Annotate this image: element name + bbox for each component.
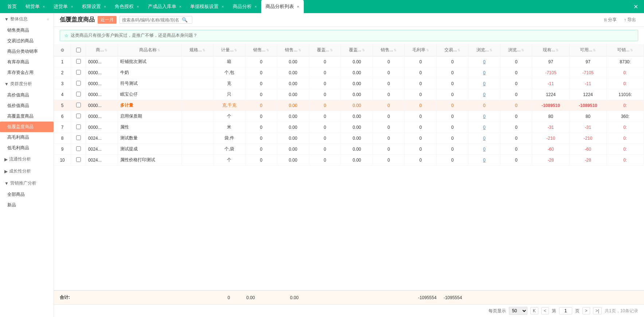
nav-template[interactable]: 单据模板设置 ×: [186, 0, 228, 13]
row-browse1-9[interactable]: 0: [468, 155, 500, 166]
nav-home[interactable]: 首页: [3, 0, 21, 13]
nav-role[interactable]: 角色授权 ×: [110, 0, 143, 13]
sidebar-section-overall[interactable]: ▼ 整体信息 «: [0, 13, 54, 25]
col-sale-amt[interactable]: 销售...⇅: [277, 44, 309, 56]
nav-close-purchase[interactable]: ×: [71, 4, 73, 9]
sidebar-item-low-coverage[interactable]: 低覆盖度商品: [0, 122, 54, 132]
sidebar-item-sales-goods[interactable]: 销售类商品: [0, 25, 54, 36]
row-select-1[interactable]: [76, 70, 81, 75]
sidebar-item-all-goods[interactable]: 全部商品: [0, 189, 54, 200]
app-close-button[interactable]: ✕: [631, 3, 641, 10]
row-browse1-8[interactable]: 0: [468, 144, 500, 155]
sidebar-collapse-icon[interactable]: «: [47, 17, 49, 22]
col-settings[interactable]: ⚙: [54, 44, 71, 56]
row-checkbox-6[interactable]: [71, 122, 86, 133]
sidebar-item-new-goods[interactable]: 新品: [0, 200, 54, 210]
sidebar-section-class[interactable]: ▼ 类群度分析: [0, 78, 54, 90]
row-checkbox-0[interactable]: [71, 56, 86, 67]
settings-icon[interactable]: ⚙: [60, 48, 64, 53]
filter-button[interactable]: 近一月: [98, 16, 117, 24]
sidebar-item-category-rate[interactable]: 商品分类动销率: [0, 46, 54, 57]
row-checkbox-1[interactable]: [71, 67, 86, 78]
page-number-input[interactable]: [559, 307, 572, 314]
sidebar-section-growth[interactable]: ▶ 成长性分析: [0, 165, 54, 177]
search-input[interactable]: [122, 17, 180, 23]
page-size-select[interactable]: 50 100 200: [509, 307, 527, 315]
row-browse1-7[interactable]: 0: [468, 133, 500, 144]
nav-close-permission[interactable]: ×: [104, 4, 106, 9]
col-unit[interactable]: 计量...⇅: [213, 44, 246, 56]
next-page-button[interactable]: >: [582, 307, 590, 314]
row-browse1-6[interactable]: 0: [468, 122, 500, 133]
sidebar-item-low-profit[interactable]: 低毛利商品: [0, 143, 54, 153]
row-sale-count-5: 0: [373, 111, 405, 122]
nav-permission[interactable]: 权限设置 ×: [78, 0, 110, 13]
row-select-4[interactable]: [76, 103, 81, 107]
row-select-6[interactable]: [76, 124, 81, 129]
row-browse1-1[interactable]: 0: [468, 67, 500, 78]
row-select-3[interactable]: [76, 92, 81, 96]
col-sale-stock[interactable]: 可销...⇅: [606, 44, 644, 56]
sidebar-item-capital-use[interactable]: 库存资金占用: [0, 67, 54, 78]
nav-sales[interactable]: 销货单 ×: [21, 0, 49, 13]
sidebar-item-high-coverage[interactable]: 高覆盖度商品: [0, 111, 54, 122]
col-spec[interactable]: 规格...⇅: [181, 44, 213, 56]
nav-close-template[interactable]: ×: [221, 4, 224, 9]
col-browse2[interactable]: 浏览...⇅: [500, 44, 532, 56]
sidebar-item-traded-goods[interactable]: 交易过的商品: [0, 36, 54, 46]
col-code[interactable]: 商...⇅: [86, 44, 118, 56]
first-page-button[interactable]: K: [530, 307, 538, 314]
row-checkbox-2[interactable]: [71, 78, 86, 89]
nav-close-analysis[interactable]: ×: [255, 4, 257, 9]
col-gross-rate[interactable]: 毛利率⇅: [405, 44, 437, 56]
sidebar-item-high-profit[interactable]: 高毛利商品: [0, 132, 54, 143]
row-checkbox-8[interactable]: [71, 144, 86, 155]
row-checkbox-3[interactable]: [71, 89, 86, 100]
row-browse1-0[interactable]: 0: [468, 56, 500, 67]
nav-product-warehouse[interactable]: 产成品入库单 ×: [144, 0, 186, 13]
row-select-0[interactable]: [76, 59, 81, 64]
sidebar-section-circulation[interactable]: ▶ 流通性分析: [0, 153, 54, 165]
row-cover-count-4: 0: [309, 100, 341, 111]
col-sale-qty[interactable]: 销售...⇅: [245, 44, 277, 56]
col-sale-count[interactable]: 销售...⇅: [373, 44, 405, 56]
sort-coverrate-icon: ⇅: [362, 48, 365, 52]
row-select-7[interactable]: [76, 135, 81, 140]
search-icon[interactable]: 🔍: [182, 17, 188, 23]
sidebar-item-high-value[interactable]: 高价值商品: [0, 90, 54, 100]
row-browse1-4[interactable]: 0: [468, 100, 500, 111]
col-cover-rate[interactable]: 覆盖...⇅: [341, 44, 373, 56]
row-select-8[interactable]: [76, 146, 81, 151]
col-avail-stock[interactable]: 可用...⇅: [569, 44, 606, 56]
col-trade-count[interactable]: 交易...⇅: [436, 44, 468, 56]
prev-page-button[interactable]: <: [541, 307, 549, 314]
nav-close-product-warehouse[interactable]: ×: [179, 4, 181, 9]
row-checkbox-5[interactable]: [71, 111, 86, 122]
nav-close-analysis-list[interactable]: ×: [297, 4, 299, 9]
nav-close-sales[interactable]: ×: [43, 4, 45, 9]
row-select-5[interactable]: [76, 114, 81, 118]
row-select-2[interactable]: [76, 81, 81, 86]
row-checkbox-7[interactable]: [71, 133, 86, 144]
nav-purchase[interactable]: 进货单 ×: [49, 0, 77, 13]
row-checkbox-4[interactable]: [71, 100, 86, 111]
col-cover-count[interactable]: 覆盖...⇅: [309, 44, 341, 56]
export-button[interactable]: ↑ 导出: [622, 16, 638, 24]
row-checkbox-9[interactable]: [71, 155, 86, 166]
select-all-checkbox[interactable]: [76, 48, 81, 52]
nav-close-role[interactable]: ×: [137, 4, 139, 9]
sidebar-section-marketing[interactable]: ▼ 营销推广分析: [0, 177, 54, 189]
col-browse1[interactable]: 浏览...⇅: [468, 44, 500, 56]
row-browse1-3[interactable]: 0: [468, 89, 500, 100]
col-current-stock[interactable]: 现有...⇅: [532, 44, 569, 56]
sidebar-item-low-value[interactable]: 低价值商品: [0, 100, 54, 111]
row-select-9[interactable]: [76, 157, 81, 162]
col-name[interactable]: 商品名称⇅: [118, 44, 181, 56]
last-page-button[interactable]: >|: [593, 307, 602, 314]
row-browse1-2[interactable]: 0: [468, 78, 500, 89]
sidebar-item-stock-goods[interactable]: 有库存商品: [0, 57, 54, 67]
share-button[interactable]: ⎘ 分享: [602, 16, 619, 24]
row-browse1-5[interactable]: 0: [468, 111, 500, 122]
nav-analysis-list[interactable]: 商品分析列表 ×: [261, 0, 303, 13]
nav-analysis[interactable]: 商品分析 ×: [228, 0, 261, 13]
